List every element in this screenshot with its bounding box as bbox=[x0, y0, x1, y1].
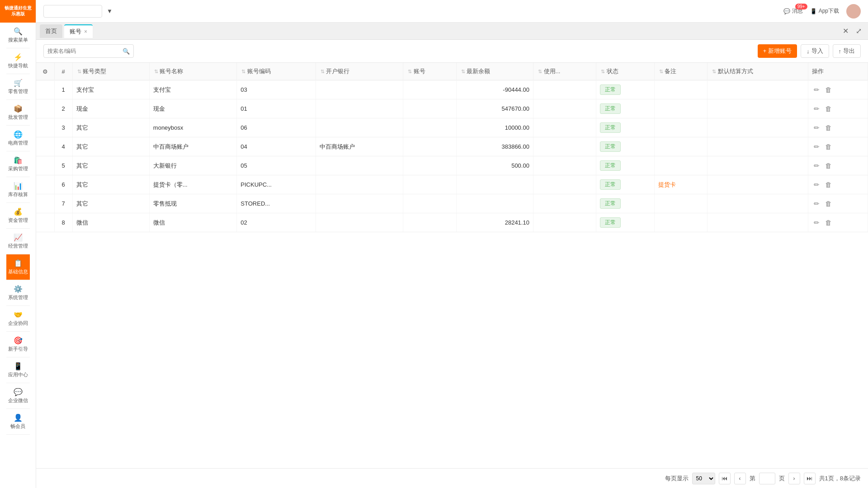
sidebar-icon-newbie-guide: 🎯 bbox=[8, 336, 28, 345]
edit-btn-7[interactable]: ✏ bbox=[812, 218, 821, 228]
search-icon[interactable]: 🔍 bbox=[123, 48, 130, 55]
sidebar-item-finance[interactable]: 💰资金管理 bbox=[6, 203, 30, 229]
sidebar-item-corp-agreement[interactable]: 🤝企业协同 bbox=[6, 306, 30, 332]
delete-btn-2[interactable]: 🗑 bbox=[823, 123, 834, 132]
col-header-usage[interactable]: ⇅ 使用... bbox=[533, 63, 596, 80]
sidebar-item-retail-manage[interactable]: 🛒零售管理 bbox=[6, 74, 30, 100]
sidebar-icon-search-menu: 🔍 bbox=[8, 27, 28, 36]
col-header-type[interactable]: ⇅ 账号类型 bbox=[72, 63, 149, 80]
pagination: 每页显示 50 10 20 100 ⏮ ‹ 第 1 页 › ⏭ 共1页，8条记录 bbox=[36, 468, 868, 488]
col-header-account[interactable]: ⇅ 账号 bbox=[403, 63, 456, 80]
per-page-label: 每页显示 bbox=[665, 474, 689, 483]
app-download-btn[interactable]: 📱 App下载 bbox=[810, 7, 839, 15]
add-account-button[interactable]: + 新增账号 bbox=[758, 44, 797, 58]
tabbar-actions: ✕ ⤢ bbox=[840, 26, 864, 36]
edit-btn-1[interactable]: ✏ bbox=[812, 104, 821, 114]
row-type-6: 其它 bbox=[72, 194, 149, 213]
sidebar-item-basic-info[interactable]: 📋基础信息 bbox=[6, 254, 30, 280]
edit-btn-3[interactable]: ✏ bbox=[812, 142, 821, 152]
chevron-down-icon: ▼ bbox=[107, 8, 113, 14]
row-status-5: 正常 bbox=[596, 175, 654, 194]
edit-btn-4[interactable]: ✏ bbox=[812, 161, 821, 171]
table-row: 4其它中百商场账户04中百商场账户383866.00正常 ✏ 🗑 bbox=[36, 137, 868, 156]
row-status-0: 正常 bbox=[596, 80, 654, 99]
delete-btn-6[interactable]: 🗑 bbox=[823, 199, 834, 208]
col-header-remark[interactable]: ⇅ 备注 bbox=[654, 63, 707, 80]
tab-expand-btn[interactable]: ⤢ bbox=[853, 26, 864, 36]
delete-btn-5[interactable]: 🗑 bbox=[823, 180, 834, 189]
sidebar-item-ecommerce-manage[interactable]: 🌐电商管理 bbox=[6, 126, 30, 151]
settings-icon[interactable]: ⚙ bbox=[42, 68, 48, 75]
col-header-bank[interactable]: ⇅ 开户银行 bbox=[316, 63, 403, 80]
row-bank-0 bbox=[316, 80, 403, 99]
edit-btn-0[interactable]: ✏ bbox=[812, 85, 821, 95]
export-button[interactable]: ↑ 导出 bbox=[833, 44, 861, 58]
edit-btn-2[interactable]: ✏ bbox=[812, 123, 821, 133]
per-page-select[interactable]: 50 10 20 100 bbox=[692, 473, 715, 484]
sidebar-icon-member: 👤 bbox=[8, 413, 28, 422]
row-remark-4 bbox=[654, 156, 707, 175]
page-of-label: 页 bbox=[779, 474, 785, 483]
tab-home[interactable]: 首页 bbox=[40, 24, 62, 38]
row-balance-0: -90444.00 bbox=[456, 80, 533, 99]
row-default-settle-3 bbox=[708, 137, 808, 156]
row-code-4: 05 bbox=[237, 156, 316, 175]
last-page-btn[interactable]: ⏭ bbox=[804, 473, 816, 484]
row-name-3: 中百商场账户 bbox=[149, 137, 237, 156]
page-input[interactable]: 1 bbox=[759, 473, 775, 484]
delete-btn-0[interactable]: 🗑 bbox=[823, 85, 834, 94]
row-default-settle-7 bbox=[708, 213, 808, 232]
sidebar-item-app-center[interactable]: 📱应用中心 bbox=[6, 357, 30, 383]
sidebar-item-inventory[interactable]: 📊库存核算 bbox=[6, 177, 30, 203]
sidebar-item-wholesale-manage[interactable]: 📦批发管理 bbox=[6, 100, 30, 126]
status-badge: 正常 bbox=[600, 160, 621, 171]
sidebar-label-search-menu: 搜索菜单 bbox=[8, 37, 28, 43]
edit-btn-6[interactable]: ✏ bbox=[812, 199, 821, 209]
row-account-2 bbox=[403, 118, 456, 137]
col-header-default_settle[interactable]: ⇅ 默认结算方式 bbox=[708, 63, 808, 80]
sidebar-icon-finance: 💰 bbox=[8, 207, 28, 216]
row-settings-2 bbox=[36, 118, 54, 137]
topbar-left: ▼ bbox=[43, 5, 113, 18]
toolbar-right: + 新增账号 ↓ 导入 ↑ 导出 bbox=[758, 44, 861, 58]
row-index-4: 5 bbox=[54, 156, 72, 175]
sidebar-icon-purchase-manage: 🛍️ bbox=[8, 156, 28, 164]
col-header-name[interactable]: ⇅ 账号名称 bbox=[149, 63, 237, 80]
edit-btn-5[interactable]: ✏ bbox=[812, 180, 821, 190]
row-default-settle-0 bbox=[708, 80, 808, 99]
delete-btn-1[interactable]: 🗑 bbox=[823, 104, 834, 113]
delete-btn-3[interactable]: 🗑 bbox=[823, 142, 834, 151]
col-header-code[interactable]: ⇅ 账号编码 bbox=[237, 63, 316, 80]
sidebar-item-corp-wechat[interactable]: 💬企业微信 bbox=[6, 383, 30, 409]
sidebar-item-quick-nav[interactable]: ⚡快捷导航 bbox=[6, 48, 30, 74]
topbar-dropdown[interactable]: ▼ bbox=[107, 8, 113, 14]
tab-account[interactable]: 账号× bbox=[64, 24, 93, 38]
first-page-btn[interactable]: ⏮ bbox=[719, 473, 731, 484]
col-header-balance[interactable]: ⇅ 最新余额 bbox=[456, 63, 533, 80]
delete-btn-4[interactable]: 🗑 bbox=[823, 161, 834, 170]
sidebar-label-corp-agreement: 企业协同 bbox=[8, 320, 28, 327]
tab-close-btn[interactable]: ✕ bbox=[840, 26, 851, 36]
sidebar-label-retail-manage: 零售管理 bbox=[8, 88, 28, 95]
row-balance-7: 28241.10 bbox=[456, 213, 533, 232]
row-account-7 bbox=[403, 213, 456, 232]
status-badge: 正常 bbox=[600, 103, 621, 114]
import-button[interactable]: ↓ 导入 bbox=[801, 44, 829, 58]
prev-page-btn[interactable]: ‹ bbox=[734, 473, 746, 484]
tab-close-account[interactable]: × bbox=[84, 28, 87, 35]
search-input[interactable] bbox=[47, 48, 121, 54]
sidebar-item-operations[interactable]: 📈经营管理 bbox=[6, 229, 30, 254]
delete-btn-7[interactable]: 🗑 bbox=[823, 218, 834, 227]
sidebar-item-purchase-manage[interactable]: 🛍️采购管理 bbox=[6, 151, 30, 177]
row-account-4 bbox=[403, 156, 456, 175]
sidebar-item-member[interactable]: 👤畅会员 bbox=[6, 409, 30, 435]
sidebar-item-search-menu[interactable]: 🔍搜索菜单 bbox=[6, 23, 30, 48]
col-header-status[interactable]: ⇅ 状态 bbox=[596, 63, 654, 80]
row-code-2: 06 bbox=[237, 118, 316, 137]
topbar-search-input[interactable] bbox=[43, 5, 102, 18]
sidebar-item-newbie-guide[interactable]: 🎯新手引导 bbox=[6, 332, 30, 357]
message-btn[interactable]: 💬 消息 99+ bbox=[783, 7, 803, 15]
sidebar-item-sys-manage[interactable]: ⚙️系统管理 bbox=[6, 280, 30, 306]
user-avatar[interactable] bbox=[846, 4, 861, 19]
next-page-btn[interactable]: › bbox=[788, 473, 800, 484]
